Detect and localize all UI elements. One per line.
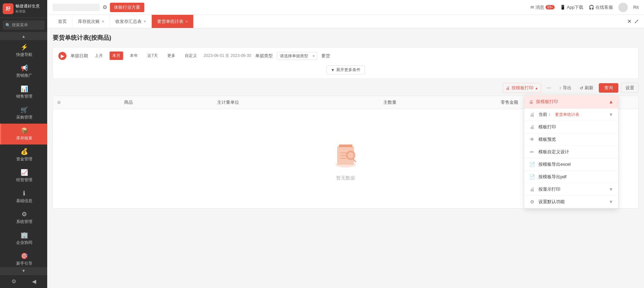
topbar: ⚙ 体验行业方案 ✉ 消息 99+ 📱 App下载 🎧 在线客服 Rit (47, 0, 644, 15)
chevron-down-icon: ▼ (331, 68, 335, 72)
app-logo-icon: 好 (3, 3, 13, 14)
app-download-icon: 📱 (560, 5, 565, 10)
message-icon: ✉ (530, 5, 534, 10)
template-design-icon: ✏ (529, 149, 535, 155)
dropdown-chevron-up[interactable]: ▲ (609, 99, 613, 104)
set-default-icon: ⚙ (529, 199, 535, 204)
dropdown-item-export-pdf[interactable]: 📄 按模板导出pdf (524, 171, 618, 183)
dropdown-current-label: 当前： (538, 111, 552, 118)
topbar-promo-button[interactable]: 体验行业方案 (110, 3, 144, 12)
filter-toggle-button[interactable]: ▶ (58, 52, 66, 60)
sidebar-item-newbie[interactable]: 🎯 新手引导 (0, 249, 47, 267)
date-current-month-button[interactable]: 本月 (110, 52, 123, 60)
type-filter-select[interactable]: 请选择单据类型 要货单 (277, 52, 317, 60)
export-label: 导出 (563, 85, 572, 91)
table-header-settings[interactable]: ⚙ (53, 96, 120, 109)
sidebar-footer-collapse-button[interactable]: ◀ (32, 278, 36, 285)
dropdown-current-chevron: ▼ (609, 112, 613, 117)
sidebar-item-label: 企业协同 (16, 240, 32, 246)
tab-receipt-summary[interactable]: 收发存汇总表 × (110, 15, 152, 28)
dropdown-item-template-design[interactable]: ✏ 模板自定义设计 (524, 146, 618, 158)
app-download-button[interactable]: 📱 App下载 (560, 4, 583, 10)
sidebar-item-label: 采购管理 (16, 115, 32, 120)
finance-icon: 💰 (21, 148, 28, 155)
settings-button[interactable]: 设置 (621, 83, 639, 93)
sidebar-item-finance[interactable]: 💰 资金管理 (0, 145, 47, 165)
sidebar-search-button[interactable]: 🔍 搜索菜单 (3, 21, 45, 30)
settings-icon: ⚙ (103, 4, 107, 10)
tab-maximize-button[interactable]: ⤢ (634, 18, 639, 25)
set-default-label: 设置默认功能 (538, 199, 565, 205)
filter-expand-button[interactable]: ▼ 展开更多条件 (326, 65, 365, 74)
dropdown-title: 按模板打印 (536, 99, 558, 105)
table-settings-icon[interactable]: ⚙ (57, 100, 61, 105)
message-label: 消息 (535, 4, 544, 10)
system-icon: ⚙ (22, 211, 27, 218)
date-custom-button[interactable]: 自定义 (182, 52, 200, 60)
more-actions-button[interactable]: ··· (544, 83, 554, 93)
operations-icon: 📈 (21, 169, 28, 176)
type-filter-wrap: 请选择单据类型 要货单 (277, 52, 317, 60)
template-preview-icon: 👁 (529, 137, 535, 142)
sidebar-item-basic-info[interactable]: ℹ 基础信息 (0, 186, 47, 207)
sidebar-item-sales[interactable]: 📊 销售管理 (0, 82, 47, 103)
export-button[interactable]: ↑ 导出 (557, 83, 575, 93)
sidebar-nav: ⚡ 快捷导航 📢 营销推广 📊 销售管理 🛒 采购管理 📦 库存核算 💰 资金管… (0, 40, 47, 267)
search-icon: 🔍 (5, 23, 10, 28)
tab-home[interactable]: 首页 (53, 15, 72, 28)
display-print-label: 按显示打印 (538, 186, 560, 192)
user-avatar[interactable] (618, 3, 628, 12)
tab-order-stats[interactable]: 要货单统计表 × (152, 15, 194, 28)
date-prev-month-button[interactable]: 上月 (92, 52, 106, 60)
template-design-label: 模板自定义设计 (538, 149, 569, 155)
dropdown-item-template-print[interactable]: 🖨 模板打印 (524, 121, 618, 133)
tab-inventory-batch[interactable]: 库存批次账 × (72, 15, 110, 28)
sidebar-scroll-up-button[interactable]: ▲ (0, 33, 47, 40)
export-pdf-icon: 📄 (529, 174, 535, 180)
sidebar-item-label: 新手引导 (16, 261, 32, 266)
tab-receipt-summary-close[interactable]: × (144, 19, 146, 24)
sidebar-search-area: 🔍 搜索菜单 (0, 18, 47, 33)
app-version: 标准版 (16, 9, 40, 14)
message-button[interactable]: ✉ 消息 99+ (530, 4, 555, 10)
type-filter-label: 单据类型 (255, 53, 273, 59)
dropdown-print-icon: 🖨 (529, 99, 533, 104)
tab-home-label: 首页 (58, 19, 67, 25)
sidebar-item-inventory[interactable]: 📦 库存核算 (0, 124, 47, 145)
dropdown-item-export-excel[interactable]: 📄 按模板导出excel (524, 158, 618, 171)
main-area: ⚙ 体验行业方案 ✉ 消息 99+ 📱 App下载 🎧 在线客服 Rit 首 (47, 0, 644, 288)
tabbar-controls: ✕ ⤢ (627, 18, 639, 25)
online-service-button[interactable]: 🎧 在线客服 (589, 4, 613, 10)
date-current-year-button[interactable]: 本年 (127, 52, 141, 60)
print-icon: 🖨 (506, 86, 510, 91)
sidebar-item-label: 系统管理 (16, 219, 32, 225)
content-area: 要货单统计表(按商品) ▶ 单据日期 上月 本月 本年 近7天 更多 自定义 2… (47, 28, 644, 288)
refresh-icon: ↺ (580, 86, 583, 91)
date-more-button[interactable]: 更多 (165, 52, 178, 60)
tabbar: 首页 库存批次账 × 收发存汇总表 × 要货单统计表 × ✕ ⤢ (47, 15, 644, 28)
sidebar-footer-settings-button[interactable]: ⚙ (11, 278, 16, 285)
sidebar-item-quick-nav[interactable]: ⚡ 快捷导航 (0, 40, 47, 61)
dropdown-display-print[interactable]: 🖨 按显示打印 ▼ (524, 183, 618, 196)
refresh-button[interactable]: ↺ 刷新 (577, 83, 596, 93)
sidebar-scroll-down-button[interactable]: ▼ (0, 267, 47, 275)
tab-close-all-button[interactable]: ✕ (627, 18, 632, 25)
app-name: 畅捷通好生意 (16, 4, 40, 9)
app-download-label: App下载 (567, 4, 583, 10)
sidebar-item-enterprise[interactable]: 🏢 企业协同 (0, 228, 47, 249)
tab-inventory-batch-close[interactable]: × (102, 19, 104, 24)
sidebar-item-system[interactable]: ⚙ 系统管理 (0, 207, 47, 228)
dropdown-item-template-preview[interactable]: 👁 模板预览 (524, 133, 618, 146)
sidebar-item-purchase[interactable]: 🛒 采购管理 (0, 103, 47, 124)
tab-order-stats-close[interactable]: × (185, 19, 188, 24)
dropdown-header-left: 🖨 按模板打印 (529, 99, 558, 105)
query-button[interactable]: 查询 (599, 83, 618, 93)
sidebar-item-marketing[interactable]: 📢 营销推广 (0, 61, 47, 82)
dropdown-set-default[interactable]: ⚙ 设置默认功能 ▼ (524, 196, 618, 208)
topbar-settings-button[interactable]: ⚙ (103, 4, 107, 10)
print-button[interactable]: 🖨 按模板打印 ▲ (503, 83, 541, 93)
dropdown-current-template[interactable]: 🖨 当前： 要货单统计表 ▼ (524, 108, 618, 121)
sidebar-item-operations[interactable]: 📈 经营管理 (0, 165, 47, 186)
topbar-search-input[interactable] (53, 4, 100, 11)
date-last-7-days-button[interactable]: 近7天 (145, 52, 160, 60)
